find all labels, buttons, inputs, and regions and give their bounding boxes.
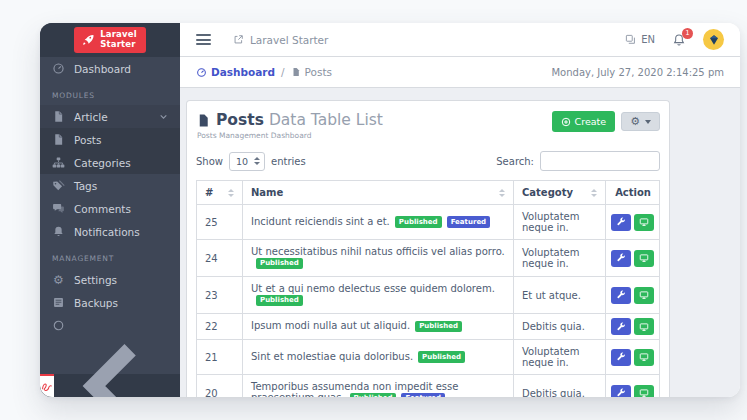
- laravel-logo[interactable]: [40, 374, 54, 397]
- row-category: Voluptatem neque in.: [514, 240, 606, 277]
- monitor-icon: [639, 290, 649, 300]
- published-badge: Published: [415, 321, 462, 333]
- sidebar-item-label: Categories: [74, 157, 131, 169]
- table-row: 21Sint et molestiae quia doloribus.Publi…: [197, 340, 660, 375]
- sort-icon: [499, 189, 505, 197]
- table-row: 25Incidunt reiciendis sint a et.Publishe…: [197, 205, 660, 240]
- featured-badge: Featured: [447, 216, 491, 228]
- view-button[interactable]: [634, 250, 654, 267]
- row-id: 24: [197, 240, 243, 277]
- table-controls: Show 10 entries Search:: [196, 151, 660, 171]
- view-button[interactable]: [634, 318, 654, 335]
- column-header-categoty[interactable]: Categoty: [514, 181, 606, 205]
- table-row: 22Ipsum modi nulla aut ut aliquid.Publis…: [197, 314, 660, 340]
- edit-button[interactable]: [611, 349, 631, 366]
- column-header-name[interactable]: Name: [243, 181, 514, 205]
- monitor-icon: [639, 352, 649, 362]
- monitor-icon: [639, 322, 649, 332]
- sidebar-item-label: Comments: [74, 203, 131, 215]
- sitemap-icon: [52, 156, 65, 169]
- app-window: Laravel Starter DashboardMODULESArticleP…: [40, 23, 740, 397]
- row-actions: [606, 340, 660, 375]
- sidebar-item-article[interactable]: Article: [40, 105, 180, 128]
- view-button[interactable]: [634, 214, 654, 231]
- entries-label: entries: [271, 156, 306, 167]
- sidebar-item-posts[interactable]: Posts: [40, 128, 180, 151]
- sidebar-item-settings[interactable]: ⚙Settings: [40, 268, 180, 291]
- edit-button[interactable]: [611, 385, 631, 398]
- brand-name: Laravel Starter: [100, 30, 137, 50]
- sidebar-section-label: MODULES: [40, 80, 180, 105]
- file-icon: [196, 113, 211, 128]
- column-header--[interactable]: #: [197, 181, 243, 205]
- external-link-icon: [233, 34, 244, 45]
- notifications-button[interactable]: 1: [672, 33, 686, 47]
- user-avatar[interactable]: [703, 29, 724, 50]
- backups-icon: [52, 296, 65, 309]
- monitor-icon: [639, 217, 649, 227]
- main-area: Laravel Starter EN 1: [180, 23, 740, 397]
- column-header-action: Action: [606, 181, 660, 205]
- row-category: Et ut atque.: [514, 277, 606, 314]
- create-button[interactable]: Create: [552, 111, 616, 132]
- page-title-suffix: Data Table List: [269, 111, 383, 129]
- speedometer-icon: [52, 62, 65, 75]
- chevron-down-icon: [157, 112, 170, 122]
- sidebar-item-comments[interactable]: Comments: [40, 197, 180, 220]
- sidebar-item-categories[interactable]: Categories: [40, 151, 180, 174]
- page-background: Laravel Starter DashboardMODULESArticleP…: [0, 0, 747, 420]
- plus-circle-icon: [561, 117, 571, 127]
- entries-select[interactable]: 10: [229, 152, 265, 171]
- chevron-left-icon: [54, 328, 170, 398]
- breadcrumb: Dashboard / Posts: [196, 66, 332, 78]
- app-link[interactable]: Laravel Starter: [233, 34, 328, 46]
- gear-icon: ⚙: [52, 274, 65, 286]
- current-datetime: Monday, July 27, 2020 2:14:25 pm: [551, 67, 724, 78]
- edit-button[interactable]: [611, 287, 631, 304]
- monitor-icon: [639, 253, 649, 263]
- wrench-icon: [616, 322, 626, 332]
- row-name: Ut et a qui nemo delectus esse quidem do…: [243, 277, 514, 314]
- row-category: Voluptatem neque in.: [514, 205, 606, 240]
- file-icon: [291, 67, 301, 77]
- brand-logo[interactable]: Laravel Starter: [74, 27, 146, 53]
- sidebar-minimizer[interactable]: [54, 328, 170, 398]
- card-actions: Create ⚙: [552, 111, 660, 132]
- breadcrumb-bar: Dashboard / Posts Monday, July 27, 2020 …: [180, 57, 740, 88]
- wrench-icon: [616, 352, 626, 362]
- page-title: Posts Data Table List: [196, 111, 383, 129]
- sidebar-item-label: Dashboard: [74, 63, 131, 75]
- edit-button[interactable]: [611, 318, 631, 335]
- breadcrumb-dashboard-link[interactable]: Dashboard: [196, 66, 275, 78]
- bell-icon: [52, 225, 65, 238]
- settings-dropdown-button[interactable]: ⚙: [621, 112, 660, 131]
- row-name: Incidunt reiciendis sint a et.PublishedF…: [243, 205, 514, 240]
- menu-toggle-icon[interactable]: [196, 32, 211, 48]
- wrench-icon: [616, 388, 626, 397]
- sidebar-item-dashboard[interactable]: Dashboard: [40, 57, 180, 80]
- published-badge: Published: [256, 295, 303, 307]
- row-actions: [606, 240, 660, 277]
- row-name: Temporibus assumenda non impedit esse pr…: [243, 375, 514, 398]
- row-category: Debitis quia.: [514, 375, 606, 398]
- sidebar-item-label: Tags: [74, 180, 97, 192]
- view-button[interactable]: [634, 287, 654, 304]
- edit-button[interactable]: [611, 214, 631, 231]
- language-selector[interactable]: EN: [625, 34, 655, 45]
- sidebar-item-label: Notifications: [74, 226, 140, 238]
- language-icon: [625, 34, 636, 45]
- sidebar-item-tags[interactable]: Tags: [40, 174, 180, 197]
- view-button[interactable]: [634, 349, 654, 366]
- sidebar-item-backups[interactable]: Backups: [40, 291, 180, 314]
- row-id: 23: [197, 277, 243, 314]
- edit-button[interactable]: [611, 250, 631, 267]
- laravel-crest-icon: [40, 380, 54, 394]
- wrench-icon: [616, 253, 626, 263]
- view-button[interactable]: [634, 385, 654, 398]
- row-category: Debitis quia.: [514, 314, 606, 340]
- row-id: 20: [197, 375, 243, 398]
- sidebar-item-notifications[interactable]: Notifications: [40, 220, 180, 243]
- search-input[interactable]: [540, 151, 660, 171]
- row-actions: [606, 277, 660, 314]
- caret-down-icon: [645, 120, 651, 124]
